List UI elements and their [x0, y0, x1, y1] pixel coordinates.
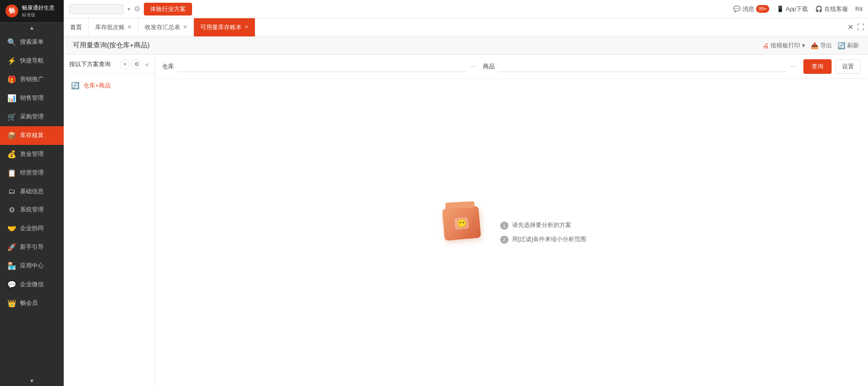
print-button[interactable]: 🖨 按模板打印 ▾	[762, 41, 805, 50]
search-input[interactable]	[69, 4, 124, 14]
message-button[interactable]: 💬 消息 99+	[733, 5, 769, 13]
sidebar-item-shortcut[interactable]: ⚡ 快捷导航	[0, 51, 64, 70]
topbar: ▾ ⚙ 体验行业方案 💬 消息 99+ 📱 App下载 🎧 在线客服 Rit	[64, 0, 868, 18]
export-button[interactable]: 📤 导出	[811, 41, 832, 50]
filter-items: 🔄 仓库+商品	[64, 74, 154, 97]
money-icon: 💰	[7, 150, 16, 159]
shortcut-icon: ⚡	[7, 57, 16, 65]
goods-more-icon[interactable]: ···	[790, 62, 796, 71]
sidebar-item-basic[interactable]: 🗂 基础信息	[0, 182, 64, 201]
tab-available-close[interactable]: ✕	[244, 24, 249, 30]
page-actions: 🖨 按模板打印 ▾ 📤 导出 🔄 刷新	[762, 41, 859, 50]
tab-end-actions: ✕ ⛶	[844, 23, 868, 31]
app-download-button[interactable]: 📱 App下载	[777, 5, 808, 13]
empty-hint-2: 2 用[过滤]条件来缩小分析范围	[500, 235, 586, 244]
topbar-right: 💬 消息 99+ 📱 App下载 🎧 在线客服 Rit	[733, 5, 863, 13]
sidebar-item-label: 基础信息	[20, 187, 44, 196]
tab-summary-close[interactable]: ✕	[183, 24, 187, 30]
filter-collapse-button[interactable]: «	[145, 61, 149, 68]
hint-number-1: 1	[500, 221, 508, 230]
headset-icon: 🎧	[815, 5, 822, 12]
filter-panel: 按以下方案查询 + ⚙ « 🔄 仓库+商品	[64, 55, 155, 386]
sidebar-item-system[interactable]: ⚙ 系统管理	[0, 201, 64, 219]
sidebar-nav: 🔍 搜索菜单 ⚡ 快捷导航 🎁 营销推广 📊 销售管理 🛒 采购管理 📦 库存核…	[0, 33, 64, 376]
sidebar-item-inventory[interactable]: 📦 库存核算	[0, 126, 64, 145]
sidebar-item-purchase[interactable]: 🛒 采购管理	[0, 108, 64, 126]
tab-home[interactable]: 首页	[64, 18, 89, 36]
tab-summary[interactable]: 收发存汇总表 ✕	[138, 18, 194, 36]
handshake-icon: 🤝	[7, 224, 16, 233]
tab-available[interactable]: 可用量库存账本 ✕	[194, 18, 255, 36]
sidebar-item-label: 经营管理	[20, 169, 44, 177]
tab-expand-button[interactable]: ⛶	[857, 23, 864, 31]
sidebar-item-newbie[interactable]: 🚀 新手引导	[0, 238, 64, 257]
filter-add-button[interactable]: +	[120, 59, 130, 69]
sidebar-item-enterprise[interactable]: 🤝 企业协同	[0, 219, 64, 238]
sidebar-item-apps[interactable]: 🏪 应用中心	[0, 257, 64, 275]
main-content: ▾ ⚙ 体验行业方案 💬 消息 99+ 📱 App下载 🎧 在线客服 Rit	[64, 0, 868, 386]
filter-item-warehouse-goods[interactable]: 🔄 仓库+商品	[64, 78, 154, 93]
settings-icon[interactable]: ⚙	[134, 5, 140, 13]
sidebar-item-label: 系统管理	[20, 206, 44, 214]
sidebar: 畅 畅康通好生意 标准版 ▲ 🔍 搜索菜单 ⚡ 快捷导航 🎁 营销推广 📊 销售…	[0, 0, 64, 386]
content-area: 按以下方案查询 + ⚙ « 🔄 仓库+商品 仓库	[64, 55, 868, 386]
tab-close-button[interactable]: ✕	[848, 23, 853, 31]
query-bar: 仓库 ··· 商品 ··· 查询 设置	[155, 55, 868, 79]
warehouse-field: 仓库 ···	[162, 61, 476, 72]
sidebar-item-sales[interactable]: 📊 销售管理	[0, 89, 64, 108]
warehouse-input[interactable]	[178, 61, 466, 72]
export-icon: 📤	[811, 42, 818, 49]
tab-batch[interactable]: 库存批次账 ✕	[89, 18, 138, 36]
filter-icons: + ⚙	[120, 59, 142, 69]
app-name: 畅康通好生意 标准版	[22, 5, 55, 18]
filter-settings-button[interactable]: ⚙	[132, 59, 142, 69]
refresh-button[interactable]: 🔄 刷新	[838, 41, 859, 50]
sidebar-item-label: 营销推广	[20, 75, 44, 83]
filter-item-icon: 🔄	[71, 82, 80, 90]
filter-header: 按以下方案查询 + ⚙ «	[64, 55, 154, 74]
filter-item-label: 仓库+商品	[83, 82, 111, 90]
sidebar-item-label: 企业微信	[20, 280, 44, 288]
online-service-button[interactable]: 🎧 在线客服	[815, 5, 848, 13]
crown-icon: 👑	[7, 299, 16, 308]
sidebar-item-label: 应用中心	[20, 262, 44, 270]
experience-button[interactable]: 体验行业方案	[144, 3, 192, 15]
dropdown-icon[interactable]: ▾	[127, 6, 130, 12]
sidebar-item-weixin[interactable]: 💬 企业微信	[0, 275, 64, 294]
warehouse-label: 仓库	[162, 62, 174, 71]
sidebar-item-marketing[interactable]: 🎁 营销推广	[0, 70, 64, 89]
search-button[interactable]: 查询	[803, 59, 832, 74]
store-icon: 🏪	[7, 262, 16, 270]
sidebar-item-label: 资金管理	[20, 150, 44, 158]
mobile-icon: 📱	[777, 5, 784, 12]
setting-button[interactable]: 设置	[835, 59, 861, 74]
warehouse-more-icon[interactable]: ···	[469, 62, 475, 71]
user-menu[interactable]: Rit	[855, 5, 863, 12]
cart-icon: 🛒	[7, 113, 16, 121]
search-icon: 🔍	[7, 38, 16, 46]
sidebar-scroll-up[interactable]: ▲	[0, 23, 64, 33]
sidebar-scroll-down[interactable]: ▼	[0, 376, 64, 386]
print-icon: 🖨	[762, 42, 769, 49]
sidebar-item-label: 畅会员	[20, 299, 38, 307]
tab-home-label: 首页	[70, 23, 82, 31]
empty-illustration: 😶	[437, 207, 487, 257]
sidebar-item-operation[interactable]: 📋 经营管理	[0, 164, 64, 182]
tab-batch-close[interactable]: ✕	[127, 24, 132, 30]
empty-hint-1: 1 请先选择要分析的方案	[500, 221, 586, 230]
message-icon: 💬	[733, 5, 741, 12]
empty-text: 1 请先选择要分析的方案 2 用[过滤]条件来缩小分析范围	[500, 221, 586, 244]
sidebar-item-label: 销售管理	[20, 94, 44, 102]
goods-input[interactable]	[498, 61, 787, 72]
page-title: 可用量查询(按仓库+商品)	[73, 41, 150, 50]
chart-icon: 📊	[7, 94, 16, 103]
print-dropdown-icon[interactable]: ▾	[802, 42, 805, 49]
page-header: 可用量查询(按仓库+商品) 🖨 按模板打印 ▾ 📤 导出 🔄 刷新	[64, 36, 868, 55]
empty-box: 😶	[442, 206, 481, 241]
sidebar-item-member[interactable]: 👑 畅会员	[0, 294, 64, 313]
sidebar-item-search[interactable]: 🔍 搜索菜单	[0, 33, 64, 51]
sidebar-item-label: 快捷导航	[20, 57, 44, 65]
gear-icon: ⚙	[7, 206, 16, 214]
sidebar-item-finance[interactable]: 💰 资金管理	[0, 145, 64, 164]
rocket-icon: 🚀	[7, 243, 16, 252]
